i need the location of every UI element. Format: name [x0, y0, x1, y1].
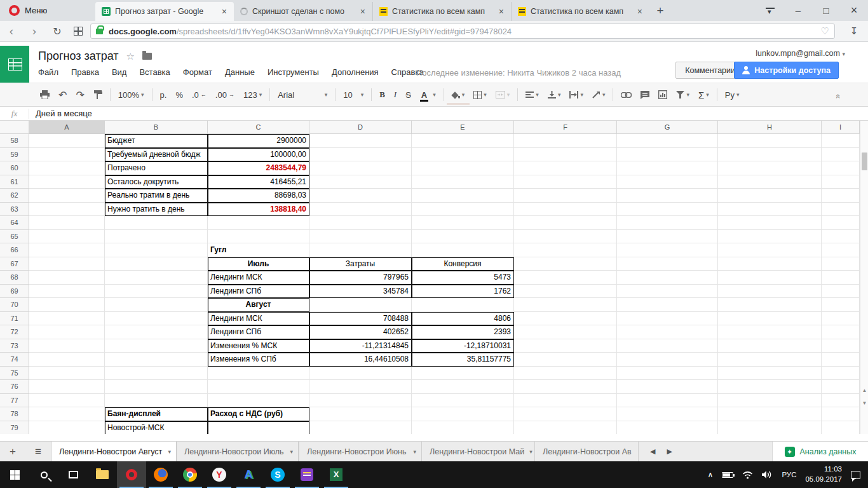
cell-A71[interactable] [29, 312, 105, 326]
move-to-folder-icon[interactable] [142, 53, 152, 60]
cell-G77[interactable] [617, 394, 718, 408]
adwords-taskbar-icon[interactable]: A [234, 461, 263, 488]
column-header-G[interactable]: G [617, 121, 718, 134]
excel-taskbar-icon[interactable]: X [322, 461, 351, 488]
cell-A58[interactable] [29, 134, 105, 148]
cell-E76[interactable] [412, 380, 514, 394]
insert-chart-icon[interactable] [654, 87, 672, 102]
cell-D59[interactable] [309, 148, 412, 162]
column-header-A[interactable]: A [29, 121, 105, 134]
cell-B58[interactable]: Бюджет [105, 134, 208, 148]
cell-E73[interactable]: -12,18710031 [412, 339, 514, 353]
cell-C61[interactable]: 416455,21 [208, 175, 309, 189]
cell-E74[interactable]: 35,81157775 [412, 353, 514, 367]
column-header-B[interactable]: B [105, 121, 208, 134]
browser-tab[interactable]: Статистика по всем камп× [511, 2, 649, 21]
sheet-scroll-right-icon[interactable]: ▶ [667, 447, 672, 456]
row-header-69[interactable]: 69 [0, 285, 29, 299]
cell-H62[interactable] [718, 189, 822, 203]
cell-I65[interactable] [822, 230, 860, 244]
cell-A63[interactable] [29, 203, 105, 217]
cell-I68[interactable] [822, 271, 860, 285]
file-explorer-icon[interactable] [88, 461, 117, 488]
cell-G61[interactable] [617, 175, 718, 189]
back-icon[interactable]: ‹ [0, 24, 23, 38]
cell-F59[interactable] [514, 148, 617, 162]
cell-A73[interactable] [29, 339, 105, 353]
cell-G71[interactable] [617, 312, 718, 326]
cell-A70[interactable] [29, 298, 105, 312]
row-header-68[interactable]: 68 [0, 271, 29, 285]
cell-I74[interactable] [822, 353, 860, 367]
yandex-browser-taskbar-icon[interactable]: Y [205, 461, 234, 488]
yandex-direct-taskbar-icon[interactable] [292, 461, 322, 488]
cell-G60[interactable] [617, 161, 718, 175]
formula-value[interactable]: Дней в месяце [29, 109, 92, 118]
strikethrough-button[interactable]: S [401, 87, 416, 102]
document-title[interactable]: Прогноз затрат [38, 50, 119, 63]
column-header-I[interactable]: I [822, 121, 860, 134]
scroll-down-icon[interactable]: ▼ [860, 398, 868, 409]
cell-D68[interactable]: 797965 [309, 271, 412, 285]
sheet-tab-menu-icon[interactable]: ▾ [529, 449, 532, 455]
cell-A65[interactable] [29, 230, 105, 244]
cell-F72[interactable] [514, 325, 617, 339]
task-view-icon[interactable] [58, 461, 88, 488]
cell-C79[interactable] [208, 421, 309, 435]
share-button[interactable]: Настройки доступа [734, 62, 839, 79]
cell-B76[interactable] [105, 380, 208, 394]
print-icon[interactable] [36, 87, 54, 102]
row-header-67[interactable]: 67 [0, 257, 29, 271]
cell-I75[interactable] [822, 367, 860, 381]
cell-F79[interactable] [514, 421, 617, 435]
row-header-74[interactable]: 74 [0, 353, 29, 367]
cell-C59[interactable]: 100000,00 [208, 148, 309, 162]
cell-I63[interactable] [822, 203, 860, 217]
speed-dial-grid-icon[interactable] [74, 27, 83, 36]
cell-H74[interactable] [718, 353, 822, 367]
cell-C67[interactable]: Июль [208, 257, 309, 271]
cell-E68[interactable]: 5473 [412, 271, 514, 285]
cell-B77[interactable] [105, 394, 208, 408]
cell-H60[interactable] [718, 161, 822, 175]
cell-I67[interactable] [822, 257, 860, 271]
clock[interactable]: 11:03 05.09.2017 [805, 464, 842, 484]
tab-close-icon[interactable]: × [635, 6, 644, 17]
cell-F76[interactable] [514, 380, 617, 394]
cell-C58[interactable]: 2900000 [208, 134, 309, 148]
cell-C64[interactable] [208, 216, 309, 230]
italic-button[interactable]: I [390, 87, 401, 102]
font-select[interactable]: Arial▾ [273, 87, 332, 102]
cell-E62[interactable] [412, 189, 514, 203]
bookmark-heart-icon[interactable]: ♡ [821, 25, 829, 37]
cell-B64[interactable] [105, 216, 208, 230]
url-field[interactable]: docs.google.com/spreadsheets/d/1ffvYeg04… [90, 24, 835, 39]
cell-C66[interactable]: Гугл [208, 243, 309, 257]
cell-A78[interactable] [29, 407, 105, 421]
sheet-tab-menu-icon[interactable]: ▾ [290, 449, 293, 455]
all-sheets-icon[interactable]: ≡ [25, 442, 51, 461]
cell-H61[interactable] [718, 175, 822, 189]
cell-C77[interactable] [208, 394, 309, 408]
cell-C74[interactable]: Изменения % СПб [208, 353, 309, 367]
tray-expand-icon[interactable]: ∧ [708, 470, 714, 479]
sheet-tab[interactable]: Лендинги-Новострои Август▾ [51, 442, 177, 461]
cell-E70[interactable] [412, 298, 514, 312]
cell-B66[interactable] [105, 243, 208, 257]
cell-H65[interactable] [718, 230, 822, 244]
cell-E61[interactable] [412, 175, 514, 189]
row-header-77[interactable]: 77 [0, 394, 29, 408]
cell-G69[interactable] [617, 285, 718, 299]
cell-D79[interactable] [309, 421, 412, 435]
merge-cells-button[interactable]: ▾ [491, 87, 515, 102]
zoom-select[interactable]: 100% ▾ [114, 87, 149, 102]
cell-B78[interactable]: Баян-дисплей [105, 407, 208, 421]
cell-G70[interactable] [617, 298, 718, 312]
cell-C73[interactable]: Изменения % МСК [208, 339, 309, 353]
text-wrap-button[interactable]: ▾ [565, 87, 588, 102]
bold-button[interactable]: B [375, 87, 390, 102]
cell-H72[interactable] [718, 325, 822, 339]
cell-F74[interactable] [514, 353, 617, 367]
cell-H78[interactable] [718, 407, 822, 421]
cell-B70[interactable] [105, 298, 208, 312]
